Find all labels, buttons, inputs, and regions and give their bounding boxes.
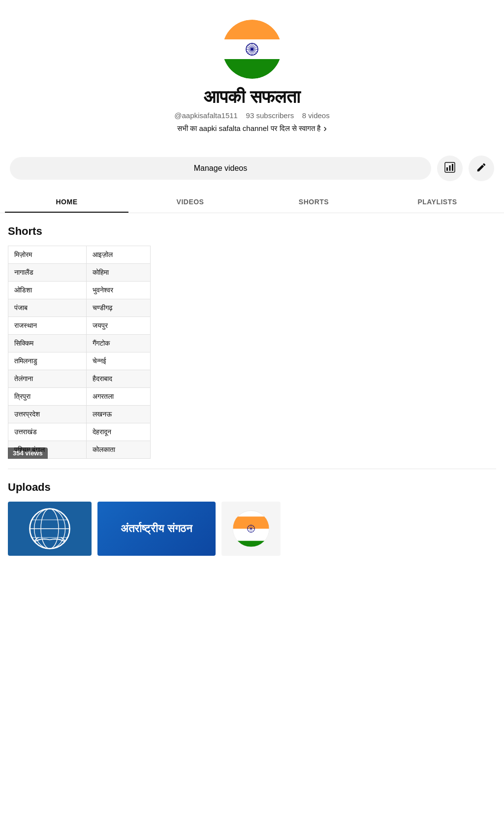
upload-thumb-antar[interactable]: अंतर्राष्ट्रीय संगठन xyxy=(97,502,216,556)
shorts-table-container: मिज़ोरमआइज़ोलनागालैंडकोहिमाओडिशाभुवनेश्व… xyxy=(8,246,151,459)
channel-meta: @aapkisafalta1511 93 subscribers 8 video… xyxy=(174,111,329,120)
svg-rect-18 xyxy=(452,164,453,171)
description-expand-icon[interactable]: › xyxy=(323,123,327,134)
manage-videos-button[interactable]: Manage videos xyxy=(10,157,431,180)
tab-shorts[interactable]: SHORTS xyxy=(252,191,376,213)
channel-description: सभी का aapki safalta channel पर दिल से स… xyxy=(177,123,327,134)
svg-rect-29 xyxy=(231,541,271,548)
table-row: तेलंगानाहैदराबाद xyxy=(8,370,151,388)
tab-navigation: HOME VIDEOS SHORTS PLAYLISTS xyxy=(0,191,504,213)
svg-rect-2 xyxy=(222,20,282,39)
action-bar: Manage videos xyxy=(0,156,504,181)
table-row: राजस्थानजयपुर xyxy=(8,317,151,335)
tab-home[interactable]: HOME xyxy=(5,191,128,213)
table-row: तमिलनाडुचेन्नई xyxy=(8,352,151,370)
channel-avatar xyxy=(222,20,282,79)
table-row: उत्तराखंडदेहरादून xyxy=(8,423,151,441)
table-row: पंजाबचण्डीगढ़ xyxy=(8,299,151,317)
shorts-section-title: Shorts xyxy=(8,225,496,238)
shorts-table: मिज़ोरमआइज़ोलनागालैंडकोहिमाओडिशाभुवनेश्व… xyxy=(8,246,151,459)
upload-thumb-india[interactable] xyxy=(221,502,281,556)
upload-thumb-un[interactable] xyxy=(8,502,92,556)
uploads-thumbnails: अंतर्राष्ट्रीय संगठन xyxy=(8,502,496,556)
table-row: उत्तरप्रदेशलखनऊ xyxy=(8,406,151,423)
table-row: नागालैंडकोहिमा xyxy=(8,264,151,282)
views-badge: 354 views xyxy=(8,447,48,459)
antar-thumbnail-image: अंतर्राष्ट्रीय संगठन xyxy=(97,502,216,556)
channel-header: आपकी सफलता @aapkisafalta1511 93 subscrib… xyxy=(0,0,504,156)
svg-rect-17 xyxy=(449,165,451,171)
svg-rect-4 xyxy=(222,59,282,79)
table-row: ओडिशाभुवनेश्वर xyxy=(8,282,151,299)
channel-name: आपकी सफलता xyxy=(204,87,300,107)
un-thumbnail-image xyxy=(8,502,92,556)
channel-video-count: 8 videos xyxy=(302,111,330,120)
analytics-button[interactable] xyxy=(437,156,463,181)
shorts-section: Shorts मिज़ोरमआइज़ोलनागालैंडकोहिमाओडिशाभ… xyxy=(0,213,504,469)
channel-handle: @aapkisafalta1511 xyxy=(174,111,238,120)
edit-button[interactable] xyxy=(469,156,494,181)
india-thumbnail-image xyxy=(221,502,281,556)
table-row: सिक्किमगैंगटोक xyxy=(8,335,151,352)
uploads-section: Uploads xyxy=(0,469,504,564)
table-row: त्रिपुराअगरतला xyxy=(8,388,151,406)
channel-subscribers: 93 subscribers xyxy=(246,111,294,120)
tab-videos[interactable]: VIDEOS xyxy=(128,191,252,213)
uploads-section-title: Uploads xyxy=(8,481,496,494)
edit-icon xyxy=(476,162,487,175)
tab-playlists[interactable]: PLAYLISTS xyxy=(376,191,499,213)
svg-rect-16 xyxy=(446,167,448,171)
analytics-icon xyxy=(444,161,456,176)
table-row: मिज़ोरमआइज़ोल xyxy=(8,246,151,264)
